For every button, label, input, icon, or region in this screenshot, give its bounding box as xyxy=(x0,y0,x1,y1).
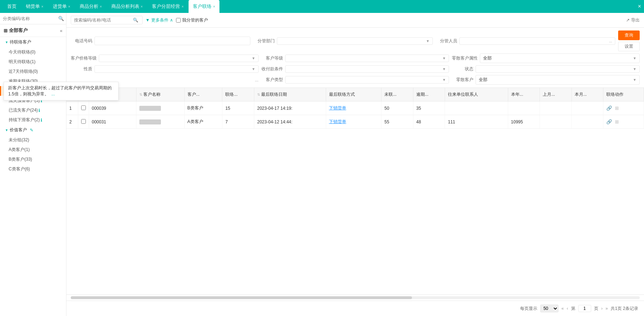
status-arrow: ▼ xyxy=(633,67,636,71)
pending-contact-group[interactable]: ▼ 待联络客户 xyxy=(0,37,66,47)
table-row: 2 000031 A类客户 7 2023-04-12 14:44: 下销货单 5… xyxy=(66,115,644,129)
info-icon-declining[interactable]: ℹ xyxy=(41,118,42,123)
sidebar-class-b[interactable]: B类客户(33) xyxy=(0,155,66,164)
all-customers-title[interactable]: ⊞ 全部客户 « xyxy=(0,24,66,37)
manager-select[interactable]: ... xyxy=(459,37,615,45)
payment-select[interactable]: ▼ xyxy=(285,65,449,73)
dept-select[interactable]: ▼ xyxy=(277,37,433,45)
nav-product-analysis-list[interactable]: 商品分析列表 × xyxy=(107,0,147,13)
sidebar-declining[interactable]: 持续下滑客户(2) ℹ xyxy=(0,115,66,125)
my-customers-checkbox[interactable] xyxy=(176,18,181,23)
value-customer-group[interactable]: ▼ 价值客户 ✎ xyxy=(0,125,66,135)
export-button[interactable]: ↗ 导出 xyxy=(626,17,640,23)
customer-type-select[interactable]: ▼ xyxy=(285,76,449,84)
payment-arrow: ▼ xyxy=(442,67,446,71)
table-row: 1 000039 B类客户 15 2023-04-17 14:19: 下销货单 … xyxy=(66,102,644,115)
sort-date-icon[interactable]: ⇅ xyxy=(257,93,260,96)
nav-product-analysis-list-close[interactable]: × xyxy=(141,5,143,9)
scrollbar-thumb[interactable] xyxy=(71,296,412,299)
filter-phone: 电话号码 xyxy=(71,37,250,45)
row-checkbox-0[interactable] xyxy=(81,105,86,110)
sidebar: 🔍 ⊞ 全部客户 « ▼ 待联络客户 今天待联络(0) 明天待联络(1) 近7天… xyxy=(0,13,66,316)
price-level-arrow: ▼ xyxy=(252,56,255,60)
row-last-contact-date: 2023-04-17 14:19: xyxy=(254,102,326,115)
col-unit-contact: 往来单位联系人 xyxy=(445,88,508,102)
prev-page-btn[interactable]: ‹ xyxy=(567,306,568,311)
action-icon-grid-0[interactable]: ⊞ xyxy=(615,105,619,111)
sparse-attr-select[interactable]: 全部 ▼ xyxy=(480,53,640,63)
page-number-input[interactable] xyxy=(578,305,591,312)
row-checkbox-cell[interactable] xyxy=(78,102,89,115)
customer-type-arrow: ▼ xyxy=(442,78,446,82)
col-this-year: 本年... xyxy=(508,88,540,102)
sidebar-7days-pending[interactable]: 近7天待联络(0) xyxy=(0,67,66,76)
status-select[interactable]: ▼ xyxy=(476,65,640,73)
row-uncontacted: 55 xyxy=(381,115,413,129)
table-header-row: ⚙ ⇅ 客户编码 ⇅ 客户名称 客户... 联络... ⇅ 最后联络日期 最后联… xyxy=(66,88,644,102)
sidebar-today-pending[interactable]: 今天待联络(0) xyxy=(0,47,66,57)
sidebar-search-input[interactable] xyxy=(3,16,57,21)
more-conditions-btn[interactable]: ▼ 更多条件 ∧ xyxy=(145,17,173,23)
contact-method-link[interactable]: 下销货单 xyxy=(329,105,346,110)
col-last-month: 上月... xyxy=(540,88,572,102)
value-group-edit-icon[interactable]: ✎ xyxy=(30,128,33,133)
nav-customer-segment[interactable]: 客户分层经营 × xyxy=(148,0,188,13)
per-page-select[interactable]: 50 20 100 xyxy=(540,305,559,312)
last-page-btn[interactable]: » xyxy=(606,306,608,311)
top-navigation: 首页 销货单 × 进货单 × 商品分析 × 商品分析列表 × 客户分层经营 × … xyxy=(0,0,644,13)
row-customer-code: 000031 xyxy=(89,115,136,129)
col-customer-type: 客户... xyxy=(184,88,222,102)
nav-customer-segment-close[interactable]: × xyxy=(181,5,184,9)
nav-customer-contact-close[interactable]: × xyxy=(213,5,215,9)
sort-name-icon[interactable]: ⇅ xyxy=(139,93,142,96)
nav-product-analysis[interactable]: 商品分析 × xyxy=(75,0,106,13)
sidebar-class-a[interactable]: A类客户(1) xyxy=(0,145,66,155)
nav-purchase-close[interactable]: × xyxy=(68,5,70,9)
action-icon-link-1[interactable]: 🔗 xyxy=(606,119,612,124)
search-icon[interactable]: 🔍 xyxy=(133,18,138,23)
query-button[interactable]: 查询 xyxy=(618,30,640,40)
nav-purchase[interactable]: 进货单 × xyxy=(48,0,75,13)
contact-method-link[interactable]: 下销货单 xyxy=(329,119,346,124)
nav-home[interactable]: 首页 xyxy=(3,0,21,13)
filter-sparse-attr: 零散客户属性 全部 ▼ xyxy=(452,53,640,63)
row-checkbox-cell[interactable] xyxy=(78,115,89,129)
filter-sparse-customer: 零散客户 全部 ▼ xyxy=(452,75,640,85)
action-icon-link-0[interactable]: 🔗 xyxy=(606,105,612,111)
search-input[interactable] xyxy=(74,18,131,23)
sidebar-tomorrow-pending[interactable]: 明天待联络(1) xyxy=(0,57,66,67)
sparse-customer-select[interactable]: 全部 ▼ xyxy=(476,75,640,85)
extra-dots[interactable]: ... xyxy=(255,77,259,82)
row-unit-contact: 111 xyxy=(445,115,508,129)
row-this-month xyxy=(571,102,603,115)
row-actions: 🔗 ⊞ xyxy=(603,102,644,115)
settings-button[interactable]: 设置 xyxy=(618,42,640,51)
page-label: 第 xyxy=(571,306,575,312)
action-icon-grid-1[interactable]: ⊞ xyxy=(615,119,619,124)
tooltip-more-icon[interactable]: ... xyxy=(51,91,55,96)
customer-level-select[interactable]: ▼ xyxy=(285,55,449,62)
scrollbar-track[interactable] xyxy=(71,296,640,299)
my-customers-checkbox-area: 我分管的客户 xyxy=(176,17,208,23)
row-last-contact-method: 下销货单 xyxy=(326,102,381,115)
row-checkbox-1[interactable] xyxy=(81,119,86,124)
nav-sales[interactable]: 销货单 × xyxy=(22,0,48,13)
sidebar-search-icon[interactable]: 🔍 xyxy=(58,16,64,21)
row-last-month xyxy=(540,102,572,115)
sidebar-unclassified[interactable]: 未分组(32) xyxy=(0,135,66,145)
sidebar-collapse-icon[interactable]: « xyxy=(60,28,62,33)
price-level-select[interactable]: ▼ xyxy=(99,55,259,62)
nav-customer-contact[interactable]: 客户联络 × xyxy=(189,0,219,13)
nav-product-analysis-close[interactable]: × xyxy=(100,5,102,9)
sidebar-class-c[interactable]: C类客户(6) xyxy=(0,164,66,174)
next-page-btn[interactable]: › xyxy=(601,306,603,311)
sidebar-churned[interactable]: 已流失客户(24) ℹ xyxy=(0,105,66,115)
window-close-button[interactable]: × xyxy=(638,3,641,10)
nature-select[interactable]: ▼ xyxy=(94,65,259,73)
horizontal-scrollbar[interactable] xyxy=(66,294,644,301)
info-icon-churned[interactable]: ℹ xyxy=(38,108,40,113)
phone-input[interactable] xyxy=(94,37,250,45)
first-page-btn[interactable]: « xyxy=(561,306,564,311)
filter-icon: ▼ xyxy=(145,18,150,23)
nav-sales-close[interactable]: × xyxy=(41,5,43,9)
